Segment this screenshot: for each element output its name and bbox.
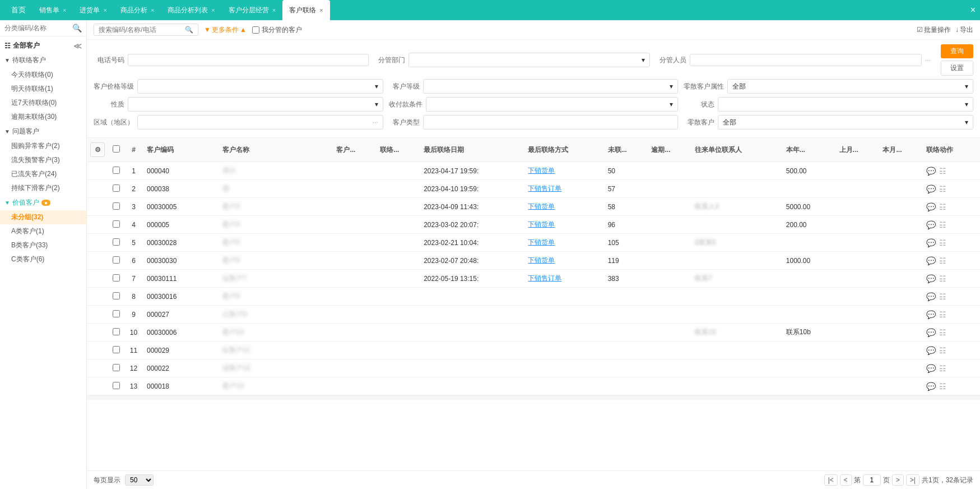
reset-btn[interactable]: 设置 — [941, 61, 973, 76]
grid-action-icon-6[interactable]: ☷ — [939, 274, 946, 283]
nav-customer-contact[interactable]: 客户联络 × — [282, 0, 329, 20]
grid-action-icon-2[interactable]: ☷ — [939, 202, 946, 211]
contact-method-link-4[interactable]: 下销货单 — [528, 238, 555, 246]
comment-icon-7[interactable]: 💬 — [926, 292, 936, 301]
gear-btn[interactable]: ⚙ — [90, 142, 105, 157]
filter-retail-select[interactable]: 全部 ▾ — [718, 115, 973, 130]
next-page-btn[interactable]: > — [892, 474, 904, 486]
cell-check-0[interactable] — [108, 162, 124, 180]
grid-action-icon-10[interactable]: ☷ — [939, 346, 946, 355]
th-this-month[interactable]: 本月... — [879, 138, 923, 162]
th-overdue[interactable]: 逾期... — [648, 138, 691, 162]
sidebar-item-declining[interactable]: 持续下滑客户(2) — [0, 181, 86, 195]
sidebar-item-churned[interactable]: 已流失客户(24) — [0, 167, 86, 181]
prev-page-btn[interactable]: < — [840, 474, 852, 486]
th-check[interactable] — [108, 138, 124, 162]
nav-goods-analysis[interactable]: 商品分析 × — [114, 0, 161, 20]
page-number-input[interactable] — [863, 474, 881, 486]
contact-method-link-5[interactable]: 下销货单 — [528, 256, 555, 264]
comment-icon-4[interactable]: 💬 — [926, 238, 936, 247]
th-gear[interactable]: ⚙ — [87, 138, 108, 162]
group-pending-contact[interactable]: ▼ 待联络客户 — [0, 53, 86, 68]
more-conditions-btn[interactable]: ▼ 更多条件 ▲ — [204, 25, 247, 35]
grid-action-icon-5[interactable]: ☷ — [939, 256, 946, 265]
contact-method-link-6[interactable]: 下销售订单 — [528, 274, 561, 282]
cell-check-12[interactable] — [108, 377, 124, 395]
cell-last-method-0[interactable]: 下销货单 — [524, 162, 604, 180]
more-icon[interactable]: ··· — [925, 56, 931, 64]
comment-icon-5[interactable]: 💬 — [926, 256, 936, 265]
th-contact-person[interactable]: 往来单位联系人 — [691, 138, 782, 162]
horizontal-scrollbar[interactable] — [87, 395, 980, 400]
cell-last-method-3[interactable]: 下销货单 — [524, 216, 604, 234]
nav-customer-tier[interactable]: 客户分层经营 × — [222, 0, 282, 20]
contact-method-link-2[interactable]: 下销货单 — [528, 202, 555, 210]
comment-icon-10[interactable]: 💬 — [926, 346, 936, 355]
filter-customer-level-select[interactable]: ▾ — [423, 79, 679, 94]
close-purchase-icon[interactable]: × — [103, 7, 106, 13]
cell-last-method-4[interactable]: 下销货单 — [524, 234, 604, 252]
comment-icon-9[interactable]: 💬 — [926, 328, 936, 337]
sidebar-item-overdue[interactable]: 逾期未联络(30) — [0, 110, 86, 124]
grid-action-icon-0[interactable]: ☷ — [939, 167, 946, 176]
th-last-month[interactable]: 上月... — [836, 138, 880, 162]
row-checkbox-1[interactable] — [113, 184, 120, 192]
cell-check-8[interactable] — [108, 306, 124, 324]
th-last-contact-date[interactable]: 最后联络日期 — [420, 138, 524, 162]
sidebar-item-today[interactable]: 今天待联络(0) — [0, 68, 86, 82]
page-size-select[interactable]: 50 100 200 — [125, 474, 154, 486]
sidebar-item-abnormal[interactable]: 囤购异常客户(2) — [0, 139, 86, 153]
cell-check-11[interactable] — [108, 359, 124, 377]
filter-price-level-select[interactable]: ▾ — [137, 79, 383, 94]
th-name[interactable]: 客户名称 — [219, 138, 333, 162]
cell-check-7[interactable] — [108, 288, 124, 306]
filter-status-select[interactable]: ▾ — [718, 97, 973, 112]
grid-action-icon-9[interactable]: ☷ — [939, 328, 946, 337]
cell-check-1[interactable] — [108, 180, 124, 198]
row-checkbox-12[interactable] — [113, 382, 120, 389]
sidebar-item-churn-warning[interactable]: 流失预警客户(3) — [0, 153, 86, 167]
cell-last-method-2[interactable]: 下销货单 — [524, 198, 604, 216]
row-checkbox-4[interactable] — [113, 238, 120, 246]
export-btn[interactable]: ↓ 导出 — [955, 25, 973, 35]
sidebar-item-tomorrow[interactable]: 明天待联络(1) — [0, 82, 86, 96]
contact-method-link-0[interactable]: 下销货单 — [528, 167, 555, 174]
main-search-input[interactable] — [99, 26, 183, 34]
comment-icon-2[interactable]: 💬 — [926, 202, 936, 211]
group-problem-customers[interactable]: ▼ 问题客户 — [0, 124, 86, 139]
comment-icon-3[interactable]: 💬 — [926, 220, 936, 229]
sidebar-search-input[interactable] — [4, 24, 71, 32]
cell-last-method-1[interactable]: 下销售订单 — [524, 180, 604, 198]
close-customer-tier-icon[interactable]: × — [272, 7, 276, 13]
cell-last-method-5[interactable]: 下销货单 — [524, 252, 604, 270]
cell-check-6[interactable] — [108, 270, 124, 288]
grid-action-icon-3[interactable]: ☷ — [939, 220, 946, 229]
filter-retail-attr-select[interactable]: 全部 ▾ — [727, 79, 973, 94]
row-checkbox-0[interactable] — [113, 167, 120, 174]
sidebar-item-7days[interactable]: 近7天待联络(0) — [0, 96, 86, 110]
grid-action-icon-4[interactable]: ☷ — [939, 238, 946, 247]
th-uncontacted[interactable]: 未联... — [605, 138, 648, 162]
filter-person-input[interactable] — [690, 54, 922, 66]
row-checkbox-7[interactable] — [113, 292, 120, 299]
close-customer-contact-icon[interactable]: × — [319, 7, 323, 13]
main-search-box[interactable]: 🔍 — [94, 24, 198, 36]
contact-method-link-3[interactable]: 下销货单 — [528, 220, 555, 228]
group-value-customers[interactable]: ▼ 价值客户 ● — [0, 195, 86, 210]
cell-last-method-6[interactable]: 下销售订单 — [524, 270, 604, 288]
grid-action-icon-7[interactable]: ☷ — [939, 292, 946, 301]
row-checkbox-2[interactable] — [113, 202, 120, 210]
close-goods-analysis-icon[interactable]: × — [151, 7, 154, 13]
nav-goods-list[interactable]: 商品分析列表 × — [161, 0, 221, 20]
th-type[interactable]: 客户... — [333, 138, 377, 162]
filter-payment-select[interactable]: ▾ — [426, 97, 679, 112]
close-goods-list-icon[interactable]: × — [211, 7, 215, 13]
row-checkbox-9[interactable] — [113, 328, 120, 335]
select-all-checkbox[interactable] — [113, 145, 120, 153]
grid-action-icon-8[interactable]: ☷ — [939, 310, 946, 319]
cell-check-3[interactable] — [108, 216, 124, 234]
sidebar-item-type-c[interactable]: C类客户(6) — [0, 252, 86, 266]
filter-nature-select[interactable]: ▾ — [128, 97, 383, 112]
th-code[interactable]: 客户编码 — [143, 138, 219, 162]
grid-action-icon-12[interactable]: ☷ — [939, 382, 946, 391]
